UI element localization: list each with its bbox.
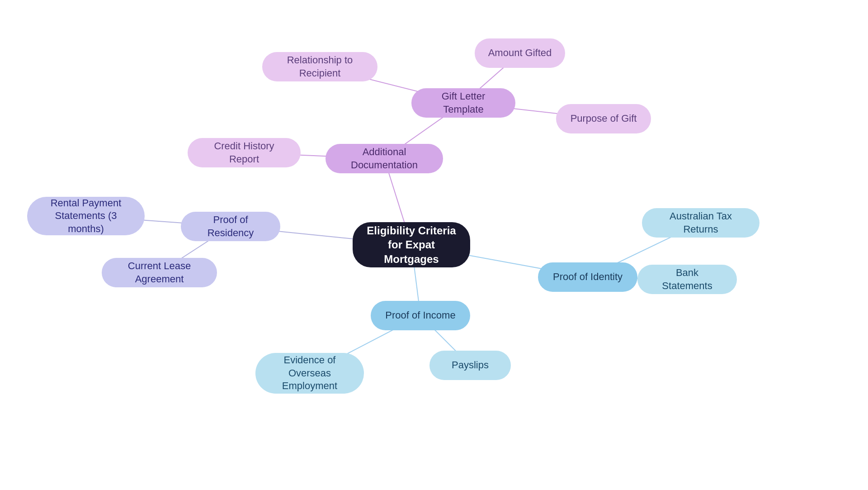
node-evidence-overseas: Evidence of Overseas Employment [255, 353, 364, 394]
node-purpose-of-gift: Purpose of Gift [556, 104, 651, 133]
node-proof-residency: Proof of Residency [181, 212, 280, 241]
mindmap-canvas: Eligibility Criteria for Expat Mortgages… [0, 0, 868, 490]
node-payslips: Payslips [429, 351, 511, 380]
node-credit-history: Credit History Report [188, 138, 301, 167]
node-additional-doc: Additional Documentation [326, 144, 443, 173]
node-amount-gifted: Amount Gifted [475, 38, 565, 68]
node-relationship-recipient: Relationship to Recipient [262, 52, 377, 81]
center-node: Eligibility Criteria for Expat Mortgages [353, 222, 470, 267]
node-bank-statements: Bank Statements [637, 265, 737, 294]
node-gift-letter: Gift Letter Template [411, 88, 515, 118]
node-proof-income: Proof of Income [371, 301, 470, 330]
node-current-lease: Current Lease Agreement [102, 258, 217, 287]
node-australian-tax: Australian Tax Returns [642, 208, 760, 238]
node-rental-payment: Rental Payment Statements (3 months) [27, 197, 145, 235]
node-proof-identity: Proof of Identity [538, 262, 637, 292]
